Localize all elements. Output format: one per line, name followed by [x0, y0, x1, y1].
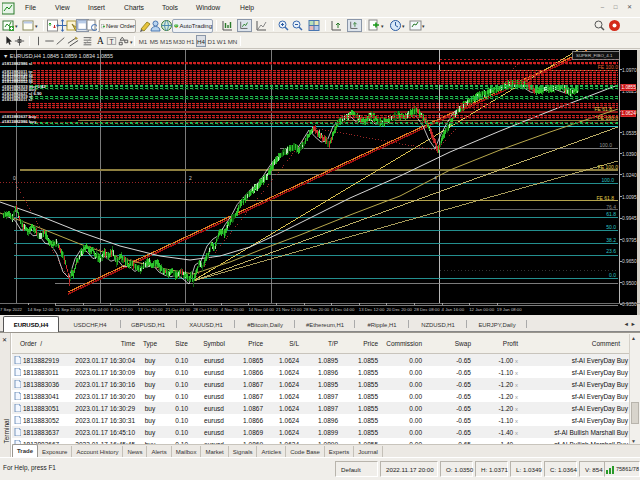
svg-text:7 Sep 2022: 7 Sep 2022: [0, 307, 23, 312]
svg-text:1.0624: 1.0624: [622, 111, 637, 116]
svg-text:20 Dec 20:00: 20 Dec 20:00: [386, 307, 412, 312]
svg-text:28 Dec 08:00: 28 Dec 08:00: [414, 307, 440, 312]
svg-text:0.9500: 0.9500: [622, 281, 637, 286]
svg-text:38.2: 38.2: [606, 237, 616, 243]
svg-text:100.0: 100.0: [599, 142, 612, 148]
svg-text:#1813883011 sl: #1813883011 sl: [2, 97, 32, 102]
svg-text:4: 4: [434, 175, 437, 181]
svg-text:76.4: 76.4: [606, 204, 616, 210]
svg-text:21 Oct 04:00: 21 Oct 04:00: [166, 307, 191, 312]
svg-text:FE 61.8: FE 61.8: [596, 195, 614, 201]
svg-text:0.9795: 0.9795: [622, 238, 637, 243]
svg-text:0.9945: 0.9945: [622, 216, 637, 221]
svg-text:0.0: 0.0: [609, 272, 616, 278]
svg-text:A: A: [97, 36, 104, 46]
svg-text:13 Dec 12:00: 13 Dec 12:00: [359, 307, 385, 312]
svg-text:FE 100.0: FE 100.0: [598, 164, 619, 170]
svg-text:FE 100.0: FE 100.0: [598, 64, 619, 70]
svg-text:#1813882986 sl: #1813882986 sl: [2, 61, 32, 66]
svg-text:23.6: 23.6: [606, 248, 616, 254]
svg-text:19 Jan 08:00: 19 Jan 08:00: [497, 307, 522, 312]
svg-text:29 Sep 04:00: 29 Sep 04:00: [83, 307, 109, 312]
svg-text:100.0: 100.0: [601, 177, 614, 183]
svg-text:14 Nov 04:00: 14 Nov 04:00: [248, 307, 274, 312]
svg-text:SUPER_FIBO_4.1: SUPER_FIBO_4.1: [576, 53, 613, 58]
svg-text:6 Oct 12:00: 6 Oct 12:00: [110, 307, 133, 312]
svg-text:50.0: 50.0: [606, 224, 616, 230]
svg-text:FE 61.8: FE 61.8: [594, 106, 612, 112]
svg-text:#1813882986 buy: #1813882986 buy: [2, 119, 37, 124]
svg-text:28 Oct 12:00: 28 Oct 12:00: [193, 307, 218, 312]
svg-text:1.0390: 1.0390: [622, 152, 637, 157]
svg-text:21 Nov 12:00: 21 Nov 12:00: [276, 307, 302, 312]
svg-text:0: 0: [13, 175, 16, 181]
svg-text:21 Sep 20:00: 21 Sep 20:00: [55, 307, 81, 312]
svg-text:1.0855: 1.0855: [622, 85, 637, 90]
svg-text:6 Dec 04:00: 6 Dec 04:00: [331, 307, 355, 312]
svg-text:1.0095: 1.0095: [622, 195, 637, 200]
svg-text:12 Jan 00:00: 12 Jan 00:00: [469, 307, 494, 312]
svg-text:2: 2: [189, 175, 192, 181]
svg-text:4 Nov 20:00: 4 Nov 20:00: [221, 307, 245, 312]
svg-text:0.9650: 0.9650: [622, 259, 637, 264]
svg-text:FE 100.0: FE 100.0: [598, 115, 619, 121]
svg-text:61.8: 61.8: [606, 211, 616, 217]
svg-text:4 Jan 16:00: 4 Jan 16:00: [442, 307, 465, 312]
svg-text:1.0970: 1.0970: [622, 68, 637, 73]
svg-text:13 Oct 20:00: 13 Oct 20:00: [138, 307, 163, 312]
svg-text:14 Sep 12:00: 14 Sep 12:00: [28, 307, 54, 312]
svg-text:1.0240: 1.0240: [622, 173, 637, 178]
svg-text:28 Nov 20:00: 28 Nov 20:00: [304, 307, 330, 312]
svg-text:1.0535: 1.0535: [622, 131, 637, 136]
svg-text:▼ EURUSD,H4 1.0845 1.0859 1.08: ▼ EURUSD,H4 1.0845 1.0859 1.0834 1.0855: [3, 53, 113, 59]
svg-text:T: T: [109, 38, 113, 45]
